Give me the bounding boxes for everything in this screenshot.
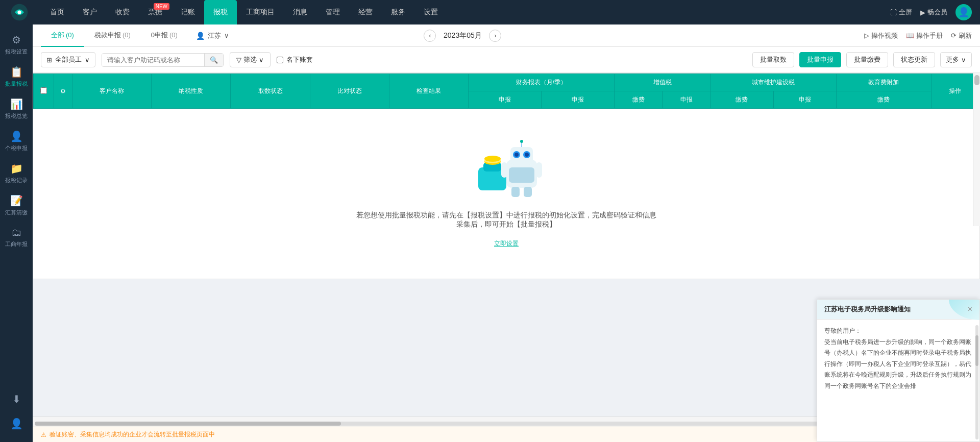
table-container: ⚙ 客户名称 纳税性质 取数状态 比对状态 检查结果 财务报表（月/季） 增值税… — [33, 73, 980, 279]
settlement-icon: 📝 — [10, 194, 23, 207]
batch-declare-button[interactable]: 批量申报 — [799, 52, 841, 67]
month-nav: ‹ 2023年05月 › — [413, 30, 511, 42]
customer-name-header: 客户名称 — [72, 74, 152, 109]
nav-bookkeeping[interactable]: 记账 — [172, 0, 204, 24]
tax-records-icon: 📁 — [10, 162, 23, 175]
select-all-header — [34, 74, 54, 109]
notification-scrollbar[interactable] — [975, 325, 978, 439]
filter-chevron-icon: ∨ — [259, 56, 264, 64]
personal-tax-icon: 👤 — [10, 130, 23, 142]
tabs-row-right: ▷ 操作视频 📖 操作手册 ⟳ 刷新 — [864, 31, 972, 40]
employee-filter[interactable]: ⊞ 全部员工 ∨ — [41, 52, 95, 67]
gear-icon[interactable]: ⚙ — [60, 88, 66, 95]
member-button[interactable]: ▶ 畅会员 — [920, 8, 947, 17]
new-badge: NEW — [154, 3, 169, 10]
avatar-icon: 👤 — [958, 7, 969, 18]
svg-point-1 — [17, 10, 21, 14]
filter-dropdown-icon: ∨ — [85, 56, 90, 64]
toolbar-right: 批量取数 批量申报 批量缴费 状态更新 更多 ∨ — [752, 52, 972, 67]
empty-state: 若您想使用批量报税功能，请先在【报税设置】中进行报税的初始化设置，完成密码验证和… — [34, 109, 979, 279]
svg-point-13 — [525, 153, 529, 157]
notification-close-button[interactable]: × — [968, 305, 972, 314]
nav-invoice[interactable]: 票据 NEW — [139, 0, 172, 24]
sidebar-user-btn[interactable]: 👤 — [6, 413, 27, 434]
city-tax-header: 城市维护建设税 — [710, 74, 837, 91]
sidebar-item-batch-tax[interactable]: 📋 批量报税 — [0, 61, 33, 93]
account-checkbox-label[interactable]: 名下账套 — [277, 55, 313, 64]
setup-link[interactable]: 立即设置 — [494, 239, 519, 248]
sidebar-item-tax-settings[interactable]: ⚙ 报税设置 — [0, 29, 33, 61]
more-chevron-icon: ∨ — [961, 56, 966, 64]
filter-button[interactable]: ▽ 筛选 ∨ — [230, 52, 271, 67]
svg-rect-17 — [536, 162, 542, 178]
filter-grid-icon: ⊞ — [46, 56, 52, 64]
fetch-status-header: 取数状态 — [231, 74, 310, 109]
nav-service[interactable]: 服务 — [382, 0, 414, 24]
video-link[interactable]: ▷ 操作视频 — [864, 31, 898, 40]
nav-management[interactable]: 管理 — [316, 0, 349, 24]
operation-header: 操作 — [931, 74, 979, 109]
member-icon: ▶ — [920, 9, 925, 16]
financial-declare-subheader: 申报 — [469, 91, 542, 109]
svg-rect-18 — [511, 187, 520, 197]
prev-month-button[interactable]: ‹ — [424, 30, 436, 42]
user-avatar[interactable]: 👤 — [955, 4, 972, 20]
search-button[interactable]: 🔍 — [204, 54, 223, 66]
nav-messages[interactable]: 消息 — [284, 0, 316, 24]
select-all-checkbox[interactable] — [40, 87, 47, 94]
nav-customer[interactable]: 客户 — [74, 0, 106, 24]
nav-right: ⛶ 全屏 ▶ 畅会员 👤 — [890, 4, 972, 20]
vertical-scrollbar[interactable] — [973, 73, 980, 226]
gear-header: ⚙ — [54, 74, 72, 109]
tax-type-header: 纳税性质 — [152, 74, 231, 109]
tab-zero-declare[interactable]: 0申报 (0) — [141, 24, 188, 47]
region-selector[interactable]: 👤 江苏 ∨ — [188, 31, 237, 40]
city-pay-subheader: 缴费 — [710, 91, 773, 109]
next-month-button[interactable]: › — [489, 30, 501, 42]
app-logo[interactable] — [8, 1, 31, 23]
nav-business[interactable]: 工商项目 — [237, 0, 284, 24]
status-update-button[interactable]: 状态更新 — [893, 52, 935, 67]
vat-header: 增值税 — [614, 74, 710, 91]
nav-home[interactable]: 首页 — [41, 0, 74, 24]
sidebar-bottom: ⬇ 👤 — [6, 389, 27, 434]
sidebar-item-tax-records[interactable]: 📁 报税记录 — [0, 157, 33, 189]
sidebar-item-tax-overview[interactable]: 📊 报税总览 — [0, 93, 33, 125]
tab-all[interactable]: 全部 (0) — [41, 24, 84, 47]
account-checkbox[interactable] — [277, 57, 283, 63]
svg-rect-8 — [509, 167, 534, 183]
notification-title: 江苏电子税务局升级影响通知 — [824, 305, 911, 314]
nav-operation[interactable]: 经营 — [349, 0, 382, 24]
fullscreen-icon: ⛶ — [890, 9, 897, 16]
vat-pay-subheader: 缴费 — [614, 91, 662, 109]
batch-fetch-button[interactable]: 批量取数 — [752, 52, 794, 67]
search-input[interactable] — [102, 54, 204, 66]
notification-scroll-thumb — [975, 335, 978, 366]
nav-tax[interactable]: 报税 — [204, 0, 237, 24]
sidebar-download-btn[interactable]: ⬇ — [8, 389, 25, 409]
nav-billing[interactable]: 收费 — [106, 0, 139, 24]
tax-overview-icon: 📊 — [10, 98, 23, 110]
sidebar-item-settlement[interactable]: 📝 汇算清缴 — [0, 189, 33, 222]
sidebar: ⚙ 报税设置 📋 批量报税 📊 报税总览 👤 个税申报 📁 报税记录 📝 汇算清… — [0, 24, 33, 442]
refresh-button[interactable]: ⟳ 刷新 — [951, 31, 972, 40]
fullscreen-button[interactable]: ⛶ 全屏 — [890, 8, 912, 17]
toolbar: ⊞ 全部员工 ∨ 🔍 ▽ 筛选 ∨ 名下账套 批量取数 批量申报 — [33, 47, 980, 73]
batch-pay-button[interactable]: 批量缴费 — [846, 52, 888, 67]
notification-header: 江苏电子税务局升级影响通知 × — [817, 300, 979, 320]
top-nav: 首页 客户 收费 票据 NEW 记账 报税 工商项目 消息 管理 经营 服务 设… — [0, 0, 980, 24]
svg-point-12 — [514, 153, 519, 157]
more-button[interactable]: 更多 ∨ — [940, 52, 972, 67]
edu-declare-subheader: 申报 — [773, 91, 836, 109]
filter-icon: ▽ — [236, 56, 241, 64]
nav-settings[interactable]: 设置 — [414, 0, 447, 24]
sidebar-item-personal-tax[interactable]: 👤 个税申报 — [0, 125, 33, 157]
nav-items: 首页 客户 收费 票据 NEW 记账 报税 工商项目 消息 管理 经营 服务 设… — [41, 0, 890, 24]
check-result-header: 检查结果 — [389, 74, 468, 109]
annual-report-icon: 🗂 — [11, 227, 21, 238]
manual-link[interactable]: 📖 操作手册 — [906, 31, 943, 40]
empty-text: 若您想使用批量报税功能，请先在【报税设置】中进行报税的初始化设置，完成密码验证和… — [353, 211, 659, 229]
tab-tax-declare[interactable]: 税款申报 (0) — [84, 24, 141, 47]
notification-panel: 江苏电子税务局升级影响通知 × 尊敬的用户： 受当前电子税务局进一步升级的影响，… — [817, 299, 980, 442]
sidebar-item-annual-report[interactable]: 🗂 工商年报 — [0, 222, 33, 253]
